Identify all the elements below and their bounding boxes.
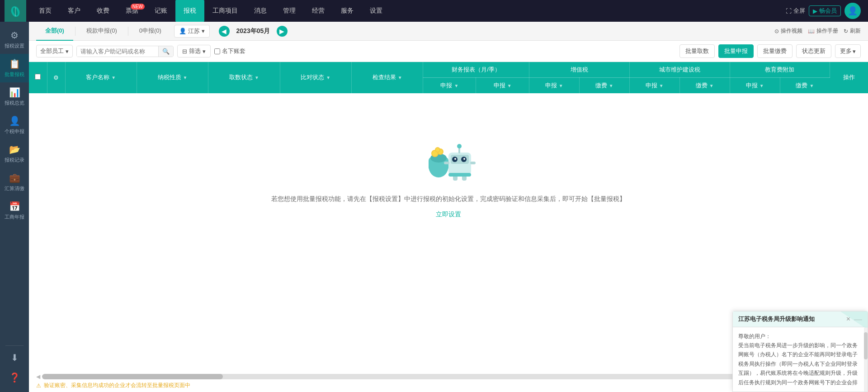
th-financial-report: 财务报表（月/季） <box>423 62 529 78</box>
dropdown-icon: ▾ <box>66 48 69 55</box>
th-fetch-status: 取数状态▼ <box>208 62 280 93</box>
customer-search: 🔍 <box>76 46 174 57</box>
next-month-btn[interactable]: ▶ <box>277 26 288 37</box>
tab-zero-declare[interactable]: 0申报(0) <box>130 22 170 41</box>
batch-declare-button[interactable]: 批量申报 <box>718 44 754 58</box>
book-icon: 📖 <box>808 28 815 34</box>
vip-icon: ▶ <box>813 8 817 14</box>
status-update-button[interactable]: 状态更新 <box>796 44 831 58</box>
tax-settings-icon: ⚙ <box>10 30 19 41</box>
nav-customer[interactable]: 客户 <box>60 0 89 22</box>
filter-button[interactable]: ⊟ 筛选 ▾ <box>177 45 211 57</box>
prev-month-btn[interactable]: ◀ <box>219 26 230 37</box>
nav-message[interactable]: 消息 <box>246 0 275 22</box>
invoice-badge: NEW <box>131 4 145 10</box>
nav-invoice[interactable]: 票据 NEW <box>118 0 146 22</box>
nav-items: 首页 客户 收费 票据 NEW 记账 报税 工商项目 消息 管理 经营 服务 设… <box>31 0 786 22</box>
nav-accounting[interactable]: 记账 <box>146 0 175 22</box>
svg-marker-25 <box>840 311 868 330</box>
top-nav-right: ⛶ 全屏 ▶ 畅会员 👤 <box>786 3 861 19</box>
sort-icon: ▼ <box>760 83 764 88</box>
tab-right-actions: ⊙ 操作视频 📖 操作手册 ↻ 刷新 <box>774 27 861 35</box>
sort-icon: ▼ <box>659 83 664 88</box>
th-vat: 增值税 <box>529 62 629 78</box>
svg-point-17 <box>463 158 465 160</box>
nav-operation[interactable]: 经营 <box>304 0 333 22</box>
batch-fetch-button[interactable]: 批量取数 <box>679 44 715 58</box>
th-compare-status: 比对状态▼ <box>280 62 351 93</box>
batch-pay-button[interactable]: 批量缴费 <box>757 44 793 58</box>
tab-all[interactable]: 全部(0) <box>36 22 73 41</box>
refresh-link[interactable]: ↻ 刷新 <box>844 27 861 35</box>
sidebar-item-tax-records[interactable]: 📂 报税记录 <box>0 139 29 168</box>
tab-divider-2 <box>128 27 128 36</box>
nav-service[interactable]: 服务 <box>333 0 362 22</box>
sidebar-item-settlement[interactable]: 💼 汇算清缴 <box>0 168 29 196</box>
data-table: ⚙ 客户名称▼ 纳税性质▼ 取数状态▼ 比对状态▼ <box>29 62 868 255</box>
refresh-icon: ↻ <box>844 28 848 34</box>
sort-icon: ▼ <box>255 75 259 80</box>
sidebar-item-label: 报税设置 <box>5 43 24 49</box>
nav-tax[interactable]: 报税 <box>175 0 204 22</box>
search-button[interactable]: 🔍 <box>158 46 173 57</box>
sort-icon: ▼ <box>111 75 116 80</box>
sidebar-item-help[interactable]: ❓ <box>0 368 29 387</box>
table-body: 若您想使用批量报税功能，请先在【报税设置】中进行报税的初始化设置，完成密码验证和… <box>29 93 868 255</box>
sidebar-item-tax-summary[interactable]: 📊 报税总览 <box>0 82 29 111</box>
svg-point-11 <box>436 148 439 152</box>
toolbar-right-actions: 批量取数 批量申报 批量缴费 状态更新 更多 ▾ <box>679 44 861 58</box>
tax-summary-icon: 📊 <box>9 87 20 98</box>
sidebar-item-tax-settings[interactable]: ⚙ 报税设置 <box>0 25 29 54</box>
tab-tax-declare[interactable]: 税款申报(0) <box>77 22 126 41</box>
th-check-result: 检查结果▼ <box>351 62 423 93</box>
fullscreen-btn[interactable]: ⛶ 全屏 <box>786 7 805 15</box>
more-chevron-icon: ▾ <box>853 48 856 55</box>
user-avatar[interactable]: 👤 <box>844 3 861 19</box>
sort-icon: ▼ <box>326 75 330 80</box>
warning-icon: ⚠ <box>36 382 41 389</box>
search-input[interactable] <box>77 46 158 57</box>
notification-scrollbar[interactable] <box>864 328 868 392</box>
scroll-left-icon[interactable]: ◀ <box>36 373 40 380</box>
svg-point-16 <box>454 158 456 160</box>
name-account-check[interactable] <box>214 48 220 54</box>
nav-settings[interactable]: 设置 <box>362 0 391 22</box>
batch-tax-icon: 📋 <box>9 58 20 69</box>
manual-link[interactable]: 📖 操作手册 <box>808 27 838 35</box>
svg-rect-20 <box>444 162 449 164</box>
app-logo[interactable] <box>5 0 26 22</box>
sidebar-item-personal-tax[interactable]: 👤 个税申报 <box>0 111 29 139</box>
notification-body: 尊敬的用户： 受当前电子税务局进一步升级的影响，同一个政务网账号（办税人）名下的… <box>733 327 868 392</box>
th-city-construction: 城市维护建设税 <box>629 62 730 78</box>
gear-icon[interactable]: ⚙ <box>53 74 59 81</box>
more-button[interactable]: 更多 ▾ <box>835 44 861 58</box>
sidebar-item-label: 个税申报 <box>5 128 24 135</box>
nav-home[interactable]: 首页 <box>31 0 60 22</box>
toolbar: 全部员工 ▾ 🔍 ⊟ 筛选 ▾ 名下账套 批量取数 批量申报 批量 <box>29 41 868 62</box>
filter-chevron-icon: ▾ <box>203 48 206 55</box>
select-all-checkbox[interactable] <box>35 74 41 80</box>
employee-filter-label: 全部员工 <box>40 47 64 55</box>
sort-icon: ▼ <box>809 83 814 88</box>
sidebar-item-batch-tax[interactable]: 📋 批量报税 <box>0 54 29 82</box>
empty-state-text: 若您想使用批量报税功能，请先在【报税设置】中进行报税的初始化设置，完成密码验证和… <box>271 195 626 203</box>
th-gear: ⚙ <box>47 62 65 93</box>
nav-billing[interactable]: 收费 <box>89 0 118 22</box>
vip-btn[interactable]: ▶ 畅会员 <box>809 5 841 16</box>
name-account-checkbox[interactable]: 名下账套 <box>214 47 245 55</box>
th-edu-pay: 缴费▼ <box>780 78 830 94</box>
sidebar-item-download[interactable]: ⬇ <box>0 348 29 368</box>
svg-point-19 <box>457 144 462 148</box>
sidebar-divider <box>5 345 24 346</box>
empty-robot-illustration <box>421 130 476 184</box>
setup-link[interactable]: 立即设置 <box>436 210 461 219</box>
nav-manage[interactable]: 管理 <box>275 0 304 22</box>
employee-filter-select[interactable]: 全部员工 ▾ <box>36 45 73 57</box>
notification-scroll-thumb <box>864 332 868 359</box>
table-header: ⚙ 客户名称▼ 纳税性质▼ 取数状态▼ 比对状态▼ <box>29 62 868 93</box>
sidebar-item-annual-report[interactable]: 📅 工商年报 <box>0 196 29 225</box>
nav-bizproject[interactable]: 工商项目 <box>204 0 246 22</box>
region-selector[interactable]: 👤 江苏 ▾ <box>174 25 210 38</box>
video-link[interactable]: ⊙ 操作视频 <box>774 27 802 35</box>
notification-title: 江苏电子税务局升级影响通知 <box>738 315 815 323</box>
